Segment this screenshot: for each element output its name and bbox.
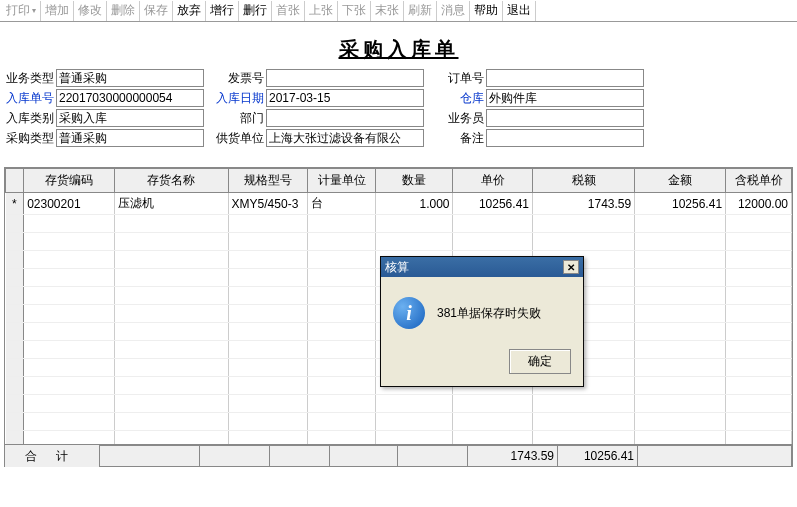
cell-taxprice[interactable]: 12000.00: [726, 193, 792, 215]
cell-price[interactable]: 10256.41: [453, 193, 533, 215]
col-taxprice[interactable]: 含税单价: [726, 169, 792, 193]
table-row[interactable]: [6, 395, 792, 413]
save-button[interactable]: 保存: [140, 1, 173, 21]
footer-amount: 10256.41: [558, 445, 638, 467]
table-footer: 合 计 1743.59 10256.41: [5, 444, 792, 466]
label-orderno: 订单号: [434, 70, 486, 87]
input-supplier[interactable]: 上海大张过滤设备有限公: [266, 129, 424, 147]
cell-code[interactable]: 02300201: [24, 193, 115, 215]
help-button[interactable]: 帮助: [470, 1, 503, 21]
col-qty[interactable]: 数量: [376, 169, 453, 193]
label-supplier: 供货单位: [214, 130, 266, 147]
input-clerk[interactable]: [486, 109, 644, 127]
label-remark: 备注: [434, 130, 486, 147]
close-icon[interactable]: ✕: [563, 260, 579, 274]
info-icon: i: [393, 297, 425, 329]
dropdown-icon: ▾: [32, 6, 36, 15]
add-button[interactable]: 增加: [41, 1, 74, 21]
input-intype[interactable]: 采购入库: [56, 109, 204, 127]
table-row[interactable]: [6, 413, 792, 431]
col-spec[interactable]: 规格型号: [228, 169, 308, 193]
col-unit[interactable]: 计量单位: [308, 169, 376, 193]
col-tax[interactable]: 税额: [532, 169, 634, 193]
last-button[interactable]: 末张: [371, 1, 404, 21]
dialog-title-text: 核算: [385, 259, 409, 276]
label-dept: 部门: [214, 110, 266, 127]
msg-button[interactable]: 消息: [437, 1, 470, 21]
page-title-bar: 采购入库单: [0, 22, 797, 69]
print-button[interactable]: 打印▾: [2, 1, 41, 21]
ok-button[interactable]: 确定: [509, 349, 571, 374]
cell-amount[interactable]: 10256.41: [635, 193, 726, 215]
delrow-button[interactable]: 删行: [239, 1, 272, 21]
input-warehouse[interactable]: 外购件库: [486, 89, 644, 107]
input-docno[interactable]: 22017030000000054: [56, 89, 204, 107]
dialog-message: 381单据保存时失败: [437, 305, 571, 322]
page-title: 采购入库单: [339, 38, 459, 60]
label-warehouse: 仓库: [434, 90, 486, 107]
table-row[interactable]: * 02300201 压滤机 XMY5/450-3 台 1.000 10256.…: [6, 193, 792, 215]
label-indate: 入库日期: [214, 90, 266, 107]
label-invoice: 发票号: [214, 70, 266, 87]
dialog-titlebar[interactable]: 核算 ✕: [381, 257, 583, 277]
col-price[interactable]: 单价: [453, 169, 533, 193]
col-name[interactable]: 存货名称: [115, 169, 229, 193]
col-amount[interactable]: 金额: [635, 169, 726, 193]
label-purchasetype: 采购类型: [4, 130, 56, 147]
prev-button[interactable]: 上张: [305, 1, 338, 21]
toolbar: 打印▾ 增加 修改 删除 保存 放弃 增行 删行 首张 上张 下张 末张 刷新 …: [0, 0, 797, 22]
row-mark: *: [6, 193, 24, 215]
dialog: 核算 ✕ i 381单据保存时失败 确定: [380, 256, 584, 387]
input-dept[interactable]: [266, 109, 424, 127]
input-biztype[interactable]: 普通采购: [56, 69, 204, 87]
label-docno: 入库单号: [4, 90, 56, 107]
footer-label: 合 计: [5, 445, 100, 467]
label-biztype: 业务类型: [4, 70, 56, 87]
input-remark[interactable]: [486, 129, 644, 147]
next-button[interactable]: 下张: [338, 1, 371, 21]
label-clerk: 业务员: [434, 110, 486, 127]
footer-tax: 1743.59: [468, 445, 558, 467]
input-orderno[interactable]: [486, 69, 644, 87]
input-purchasetype[interactable]: 普通采购: [56, 129, 204, 147]
table-row[interactable]: [6, 233, 792, 251]
cell-name[interactable]: 压滤机: [115, 193, 229, 215]
delete-button[interactable]: 删除: [107, 1, 140, 21]
cell-spec[interactable]: XMY5/450-3: [228, 193, 308, 215]
abandon-button[interactable]: 放弃: [173, 1, 206, 21]
cell-qty[interactable]: 1.000: [376, 193, 453, 215]
cell-tax[interactable]: 1743.59: [532, 193, 634, 215]
table-row[interactable]: [6, 215, 792, 233]
form-area: 业务类型普通采购 发票号 订单号 入库单号22017030000000054 入…: [0, 69, 797, 147]
cell-unit[interactable]: 台: [308, 193, 376, 215]
edit-button[interactable]: 修改: [74, 1, 107, 21]
first-button[interactable]: 首张: [272, 1, 305, 21]
addrow-button[interactable]: 增行: [206, 1, 239, 21]
col-code[interactable]: 存货编码: [24, 169, 115, 193]
input-invoice[interactable]: [266, 69, 424, 87]
refresh-button[interactable]: 刷新: [404, 1, 437, 21]
col-rowhead[interactable]: [6, 169, 24, 193]
exit-button[interactable]: 退出: [503, 1, 536, 21]
label-intype: 入库类别: [4, 110, 56, 127]
input-indate[interactable]: 2017-03-15: [266, 89, 424, 107]
